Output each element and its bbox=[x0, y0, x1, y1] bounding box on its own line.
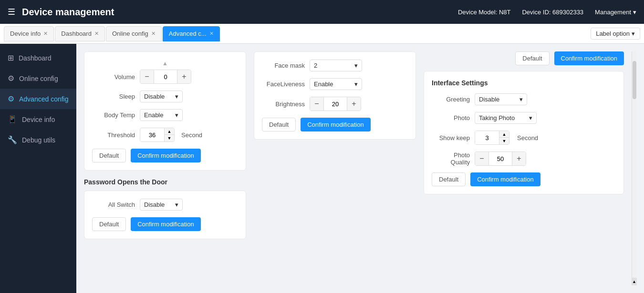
sleep-select[interactable]: Disable ▾ bbox=[140, 91, 183, 102]
volume-decrease-button[interactable]: − bbox=[140, 70, 154, 83]
sidebar-item-dashboard[interactable]: ⊞ Dashboard bbox=[0, 48, 76, 68]
device-model: Device Model: N8T bbox=[458, 9, 511, 16]
brightness-control[interactable]: − + bbox=[310, 97, 361, 111]
threshold-spinner[interactable]: ▲ ▼ bbox=[140, 128, 175, 142]
content-area: ▲ Volume − + Sleep Disable ▾ bbox=[76, 44, 644, 293]
face-mask-default-button[interactable]: Default bbox=[262, 118, 296, 131]
show-keep-input[interactable] bbox=[475, 131, 499, 144]
all-switch-select[interactable]: Disable ▾ bbox=[140, 199, 183, 211]
chevron-down-icon: ▾ bbox=[175, 93, 178, 100]
sidebar-item-advanced-config[interactable]: ⚙ Advanced config bbox=[0, 89, 76, 109]
threshold-unit: Second bbox=[181, 131, 202, 139]
volume-row: Volume − + bbox=[92, 70, 238, 84]
brightness-increase-button[interactable]: + bbox=[347, 97, 361, 111]
right-section: Default Confirm modification Interface S… bbox=[424, 51, 624, 285]
password-section-title: Password Opens the Door bbox=[84, 178, 246, 186]
volume-increase-button[interactable]: + bbox=[177, 70, 191, 83]
sleep-label: Sleep bbox=[92, 93, 135, 100]
sidebar-item-device-info[interactable]: 📱 Device info bbox=[0, 109, 76, 130]
show-keep-up-button[interactable]: ▲ bbox=[499, 131, 509, 138]
volume-control[interactable]: − + bbox=[140, 70, 191, 84]
top-default-button[interactable]: Default bbox=[515, 51, 549, 65]
all-switch-row: All Switch Disable ▾ bbox=[92, 199, 238, 211]
interface-confirm-button[interactable]: Confirm modification bbox=[470, 172, 540, 186]
brightness-label: Brightness bbox=[262, 101, 305, 108]
volume-input[interactable] bbox=[154, 70, 177, 83]
tab-dashboard[interactable]: Dashboard ✕ bbox=[55, 26, 105, 41]
photo-quality-decrease-button[interactable]: − bbox=[475, 152, 488, 165]
scroll-up-icon[interactable]: ▲ bbox=[162, 60, 168, 67]
debug-utils-icon: 🔧 bbox=[8, 135, 17, 144]
show-keep-spinner[interactable]: ▲ ▼ bbox=[475, 131, 509, 145]
center-section: Face mask 2 ▾ FaceLiveness Enable ▾ Brig… bbox=[254, 51, 416, 285]
face-mask-panel: Face mask 2 ▾ FaceLiveness Enable ▾ Brig… bbox=[254, 51, 416, 140]
greeting-label: Greeting bbox=[432, 96, 470, 103]
tab-bar: Device info ✕ Dashboard ✕ Online config … bbox=[0, 24, 644, 44]
scroll-down-button[interactable]: ▲ bbox=[632, 278, 637, 285]
greeting-select[interactable]: Disable ▾ bbox=[475, 93, 527, 105]
close-icon[interactable]: ✕ bbox=[43, 30, 48, 37]
photo-quality-control[interactable]: − + bbox=[475, 152, 526, 166]
menu-icon[interactable]: ☰ bbox=[8, 7, 15, 17]
online-config-icon: ⚙ bbox=[8, 74, 14, 83]
label-option-button[interactable]: Label option ▾ bbox=[591, 28, 640, 40]
password-panel: All Switch Disable ▾ Default Confirm mod… bbox=[84, 191, 246, 239]
top-confirm-button[interactable]: Confirm modification bbox=[554, 51, 624, 65]
close-icon[interactable]: ✕ bbox=[94, 30, 99, 37]
password-confirm-button[interactable]: Confirm modification bbox=[131, 217, 201, 231]
threshold-arrows: ▲ ▼ bbox=[164, 128, 174, 141]
chevron-down-icon: ▾ bbox=[354, 81, 358, 88]
threshold-input[interactable] bbox=[140, 128, 164, 141]
body-temp-default-button[interactable]: Default bbox=[92, 149, 126, 162]
tab-online-config[interactable]: Online config ✕ bbox=[106, 26, 162, 41]
body-temp-select[interactable]: Enable ▾ bbox=[140, 109, 183, 121]
show-keep-unit: Second bbox=[517, 134, 538, 141]
sidebar: ⊞ Dashboard ⚙ Online config ⚙ Advanced c… bbox=[0, 44, 76, 293]
show-keep-down-button[interactable]: ▼ bbox=[499, 138, 509, 144]
interface-default-button[interactable]: Default bbox=[432, 172, 466, 186]
photo-quality-increase-button[interactable]: + bbox=[512, 152, 526, 165]
face-mask-confirm-button[interactable]: Confirm modification bbox=[301, 118, 371, 131]
face-mask-label: Face mask bbox=[262, 62, 305, 69]
close-icon[interactable]: ✕ bbox=[151, 30, 156, 37]
face-mask-buttons: Default Confirm modification bbox=[262, 118, 408, 131]
brightness-input[interactable] bbox=[323, 97, 347, 111]
management-menu[interactable]: Management ▾ bbox=[595, 9, 636, 16]
threshold-down-button[interactable]: ▼ bbox=[165, 135, 174, 141]
close-icon[interactable]: ✕ bbox=[209, 30, 214, 37]
body-temp-confirm-button[interactable]: Confirm modification bbox=[131, 149, 201, 162]
brightness-row: Brightness − + bbox=[262, 97, 408, 111]
scrollbar: ▲ bbox=[632, 51, 636, 285]
sidebar-item-debug-utils[interactable]: 🔧 Debug utils bbox=[0, 130, 76, 150]
photo-select[interactable]: Taking Photo ▾ bbox=[475, 112, 537, 124]
brightness-decrease-button[interactable]: − bbox=[310, 97, 323, 111]
photo-quality-input[interactable] bbox=[488, 152, 512, 165]
faceliveness-select[interactable]: Enable ▾ bbox=[310, 78, 362, 90]
device-id: Device ID: 689302333 bbox=[522, 9, 583, 16]
advanced-config-icon: ⚙ bbox=[8, 94, 14, 103]
greeting-row: Greeting Disable ▾ bbox=[432, 93, 616, 105]
password-section: Password Opens the Door All Switch Disab… bbox=[84, 178, 246, 239]
body-temp-label: Body Temp bbox=[92, 111, 135, 119]
show-keep-row: Show keep ▲ ▼ Second bbox=[432, 131, 616, 145]
body-temp-buttons: Default Confirm modification bbox=[92, 149, 238, 162]
tab-advanced-config[interactable]: Advanced c... ✕ bbox=[163, 26, 220, 41]
interface-settings-title: Interface Settings bbox=[432, 79, 616, 87]
sidebar-item-online-config[interactable]: ⚙ Online config bbox=[0, 68, 76, 89]
scrollbar-thumb[interactable] bbox=[633, 61, 636, 99]
all-switch-label: All Switch bbox=[92, 201, 135, 208]
faceliveness-row: FaceLiveness Enable ▾ bbox=[262, 78, 408, 90]
dashboard-icon: ⊞ bbox=[8, 53, 14, 62]
photo-quality-row: Photo Quality − + bbox=[432, 152, 616, 166]
photo-row: Photo Taking Photo ▾ bbox=[432, 112, 616, 124]
face-mask-select[interactable]: 2 ▾ bbox=[310, 60, 362, 71]
password-default-button[interactable]: Default bbox=[92, 217, 126, 231]
photo-quality-label: Photo Quality bbox=[432, 152, 470, 166]
chevron-down-icon: ▾ bbox=[529, 114, 532, 121]
tab-device-info[interactable]: Device info ✕ bbox=[4, 26, 54, 41]
threshold-up-button[interactable]: ▲ bbox=[165, 128, 174, 135]
main-layout: ⊞ Dashboard ⚙ Online config ⚙ Advanced c… bbox=[0, 44, 644, 293]
face-mask-row: Face mask 2 ▾ bbox=[262, 60, 408, 71]
show-keep-arrows: ▲ ▼ bbox=[499, 131, 509, 144]
chevron-down-icon: ▾ bbox=[632, 30, 635, 37]
